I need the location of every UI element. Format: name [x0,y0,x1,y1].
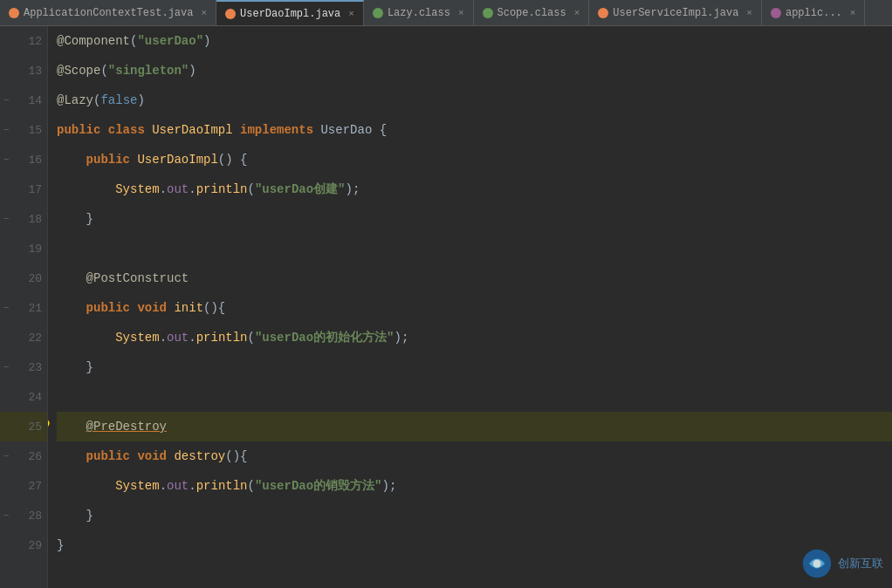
code-line-16: public UserDaoImpl() { [57,145,892,174]
gutter-row-22: 22 [0,323,47,352]
code-line-22: System.out.println("userDao的初始化方法"); [57,323,892,352]
editor: 12 13 −14 −15 −16 17 −18 19 20 −21 22 −2… [0,26,892,588]
line-gutter: 12 13 −14 −15 −16 17 −18 19 20 −21 22 −2… [0,26,48,588]
code-area[interactable]: @Component("userDao") @Scope("singleton"… [48,26,892,588]
fold-icon-16[interactable]: − [3,154,10,165]
code-line-28: } [57,501,892,530]
tab-label-applic: applic... [786,7,842,19]
java-icon-app [9,8,19,18]
tab-app-context-test[interactable]: ApplicationContextTest.java × [0,0,216,25]
class-icon-lazy [373,8,383,18]
tab-bar: ApplicationContextTest.java × UserDaoImp… [0,0,892,26]
fold-icon-21[interactable]: − [3,303,10,313]
tab-close-service[interactable]: × [746,8,752,18]
gutter-row-19: 19 [0,234,47,263]
gutter-row-20: 20 [0,263,47,293]
tab-label-service: UserServiceImpl.java [613,7,738,19]
gutter-row-23: −23 [0,352,47,382]
java-icon-dao [225,9,236,19]
gutter-row-26: −26 [0,441,47,471]
fold-icon-26[interactable]: − [3,451,10,462]
code-line-21: public void init(){ [57,293,892,323]
tab-label-scope: Scope.class [497,7,566,19]
gutter-row-25: 25 [0,412,47,441]
gutter-row-17: 17 [0,174,47,204]
tab-scope-class[interactable]: Scope.class × [474,0,590,25]
gutter-row-16: −16 [0,145,47,174]
tab-label-app: ApplicationContextTest.java [24,7,193,19]
code-line-24 [57,382,892,412]
tab-user-service-impl[interactable]: UserServiceImpl.java × [589,0,762,25]
code-line-26: public void destroy(){ [57,441,892,471]
code-line-29: } [57,530,892,560]
code-line-27: System.out.println("userDao的销毁方法"); [57,471,892,501]
tab-close-scope[interactable]: × [574,8,580,18]
tab-label-lazy: Lazy.class [388,7,450,19]
java-icon-service [598,8,608,18]
svg-point-1 [813,560,821,568]
gutter-row-29: 29 [0,530,47,560]
tab-close-applic[interactable]: × [850,8,856,18]
gutter-row-12: 12 [0,26,47,56]
code-line-15: public class UserDaoImpl implements User… [57,115,892,145]
lightbulb-icon: 💡 [48,412,52,441]
gutter-row-18: −18 [0,204,47,234]
tab-lazy-class[interactable]: Lazy.class × [364,0,474,25]
gutter-row-24: 24 [0,382,47,412]
gutter-row-14: −14 [0,85,47,115]
fold-icon-23[interactable]: − [3,362,10,373]
gutter-row-27: 27 [0,471,47,501]
code-line-14: @Lazy(false) [57,85,892,115]
gutter-row-15: −15 [0,115,47,145]
fold-icon-28[interactable]: − [3,510,10,521]
code-line-25: 💡 @PreDestroy [57,412,892,441]
watermark: 创新互联 [801,548,883,579]
tab-close-dao[interactable]: × [348,9,354,19]
code-line-12: @Component("userDao") [57,26,892,56]
code-line-23: } [57,352,892,382]
gutter-row-28: −28 [0,501,47,530]
app-icon-applic [771,8,781,18]
fold-icon-18[interactable]: − [3,214,10,224]
class-icon-scope [483,8,493,18]
code-line-18: } [57,204,892,234]
fold-icon-14[interactable]: − [3,95,10,106]
gutter-row-13: 13 [0,56,47,85]
tab-close-lazy[interactable]: × [458,8,464,18]
watermark-label: 创新互联 [838,556,883,571]
watermark-logo-icon [801,548,833,579]
tab-close-app[interactable]: × [201,8,207,18]
code-line-17: System.out.println("userDao创建"); [57,174,892,204]
code-line-20: @PostConstruct [57,263,892,293]
tab-user-dao-impl[interactable]: UserDaoImpl.java × [216,0,364,25]
code-line-13: @Scope("singleton") [57,56,892,85]
tab-applic[interactable]: applic... × [762,0,865,25]
tab-label-dao: UserDaoImpl.java [240,8,340,20]
code-line-19 [57,234,892,263]
fold-icon-15[interactable]: − [3,125,10,135]
gutter-row-21: −21 [0,293,47,323]
